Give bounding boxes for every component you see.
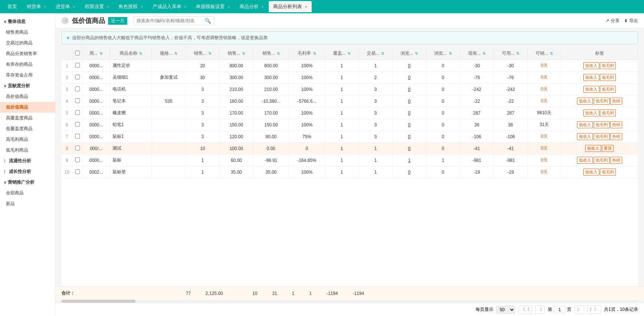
next-page-button[interactable]: 〉: [574, 305, 584, 314]
sidebar-item-all-goods[interactable]: 全部商品: [0, 188, 55, 198]
sidebar-item-category-rate[interactable]: 商品分类销售率: [0, 48, 55, 59]
sidebar-group-overall[interactable]: ∨ 整体信息: [0, 16, 55, 27]
row-browse1[interactable]: 0: [392, 84, 426, 95]
row-browse1[interactable]: 0: [392, 95, 426, 107]
saleable-column-header[interactable]: 可销... ⇅: [527, 47, 561, 60]
row-checkbox[interactable]: [73, 154, 82, 166]
last-page-button[interactable]: 〉〉: [587, 305, 601, 314]
sidebar-item-traded-goods[interactable]: 交易过的商品: [0, 38, 55, 48]
row-browse1[interactable]: 0: [392, 119, 426, 131]
nav-permissions-close[interactable]: ×: [107, 5, 109, 9]
row-browse1[interactable]: 0: [392, 60, 426, 72]
row-checkbox[interactable]: [73, 60, 82, 72]
row-select-checkbox[interactable]: [75, 157, 80, 162]
table-row[interactable]: 1 0000... 属性定价 20 800.00 800.00 100% 1 1…: [61, 60, 638, 72]
nav-goods-analysis[interactable]: 商品分析 ×: [235, 1, 268, 12]
sidebar-item-high-value[interactable]: 高价值商品: [0, 91, 55, 102]
nav-purchase[interactable]: 进货单 ×: [51, 1, 79, 12]
tags-column-header[interactable]: 标签: [561, 47, 638, 60]
table-row[interactable]: 3 0000... 电话机 3 210.00 210.00 100% 1 3 0…: [61, 84, 638, 95]
table-row[interactable]: 6 0000... 铅笔1 3 150.00 150.00 100% 1 3 0…: [61, 119, 638, 131]
code-column-header[interactable]: 商... ⇅: [82, 47, 110, 60]
sidebar-group-growth[interactable]: 〉 成长性分析: [0, 166, 55, 177]
row-select-checkbox[interactable]: [75, 134, 80, 139]
browse-link[interactable]: 0: [408, 63, 410, 68]
first-page-button[interactable]: 〈〈: [518, 305, 532, 314]
table-row[interactable]: 5 0000... 橡皮擦 3 170.00 170.00 100% 1 3 0…: [61, 107, 638, 119]
nav-home[interactable]: 首页: [3, 1, 21, 12]
available-column-header[interactable]: 可用... ⇅: [494, 47, 527, 60]
export-button[interactable]: ⬇ 导出: [624, 18, 638, 24]
row-browse1[interactable]: 0: [392, 72, 426, 84]
nav-roles[interactable]: 角色授权 ×: [114, 1, 147, 12]
collapse-button[interactable]: 《: [61, 17, 69, 24]
sidebar-item-low-value[interactable]: 低价值商品: [0, 102, 55, 113]
row-select-checkbox[interactable]: [75, 146, 80, 150]
browse-link[interactable]: 0: [408, 111, 410, 116]
margin-column-header[interactable]: 毛利率 ⇅: [289, 47, 325, 60]
row-checkbox[interactable]: [73, 72, 82, 84]
nav-sales[interactable]: 销货单 ×: [22, 1, 50, 12]
row-select-checkbox[interactable]: [75, 122, 80, 127]
table-row[interactable]: 4 0000... 笔记本 535 3 180.00 -10,380... -5…: [61, 95, 638, 107]
sidebar-group-flow[interactable]: 〉 流通性分析: [0, 156, 55, 166]
table-row[interactable]: 2 0000... 吴细细1 参加复试 30 300.00 300.00 100…: [61, 72, 638, 84]
share-button[interactable]: ↗ 分享: [606, 18, 620, 24]
browse-link[interactable]: 1: [408, 158, 410, 163]
sale-amount-column-header[interactable]: 销售... ⇅: [253, 47, 289, 60]
browse-link[interactable]: 0: [408, 146, 410, 151]
nav-product-inbound[interactable]: 产成品入库单 ×: [148, 1, 191, 12]
row-checkbox[interactable]: [73, 119, 82, 131]
row-select-checkbox[interactable]: [75, 86, 80, 91]
row-select-checkbox[interactable]: [75, 98, 80, 103]
sidebar-item-new-goods[interactable]: 新品: [0, 198, 55, 209]
browse-link[interactable]: 0: [408, 87, 410, 92]
row-browse1[interactable]: 0: [392, 166, 426, 178]
sidebar-item-low-coverage[interactable]: 低覆盖度商品: [0, 123, 55, 134]
browse2-column-header[interactable]: 浏览... ⇅: [426, 47, 460, 60]
table-row[interactable]: 10 0002... 鼠标垫 1 35.00 35.00 100% 1 1 0 …: [61, 166, 638, 178]
horizontal-scrollbar[interactable]: [61, 300, 638, 303]
search-icon[interactable]: 🔍: [205, 18, 211, 24]
sidebar-item-high-coverage[interactable]: 高覆盖度商品: [0, 113, 55, 123]
sidebar-item-low-margin[interactable]: 低毛利商品: [0, 145, 55, 156]
scrollbar-thumb[interactable]: [61, 300, 135, 303]
row-browse1[interactable]: 0: [392, 131, 426, 143]
page-size-select[interactable]: 50 100: [496, 306, 515, 314]
table-row[interactable]: 7 0000... 鼠标1 3 120.00 90.00 75% 1 3 0 0…: [61, 131, 638, 143]
sidebar-group-contribution[interactable]: ∨ 贡献度分析: [0, 81, 55, 91]
row-checkbox[interactable]: [73, 95, 82, 107]
nav-template[interactable]: 单据模板设置 ×: [191, 1, 234, 12]
current-column-header[interactable]: 现有... ⇅: [460, 47, 494, 60]
sale-qty-column-header[interactable]: 销售... ⇅: [186, 47, 219, 60]
sidebar-item-sales-goods[interactable]: 销售类商品: [0, 27, 55, 38]
row-browse1[interactable]: 1: [392, 154, 426, 166]
transaction-column-header[interactable]: 交易... ⇅: [359, 47, 392, 60]
sidebar-item-stock-goods[interactable]: 有库存的商品: [0, 59, 55, 70]
table-row[interactable]: 9 0000... 鼠标 1 60.00 -98.91 -164.85% 1 1…: [61, 154, 638, 166]
data-table-wrapper[interactable]: 商... ⇅ 商品名称 ⇅ 规格... ⇅ 销售... ⇅ 销售... ⇅ 销售…: [61, 47, 638, 286]
search-input[interactable]: [137, 18, 203, 23]
row-checkbox[interactable]: [73, 107, 82, 119]
checkbox-column-header[interactable]: [73, 47, 82, 60]
nav-goods-list-close[interactable]: ×: [305, 5, 307, 9]
row-checkbox[interactable]: [73, 131, 82, 143]
row-checkbox[interactable]: [73, 166, 82, 178]
browse-link[interactable]: 0: [408, 99, 410, 104]
row-select-checkbox[interactable]: [75, 75, 80, 79]
nav-sales-close[interactable]: ×: [44, 5, 46, 9]
sidebar-item-high-margin[interactable]: 高毛利商品: [0, 134, 55, 145]
row-browse1[interactable]: 0: [392, 107, 426, 119]
table-row[interactable]: 8 000/... 测试 10 100.00 0.00 0 1 1 0 0 -4…: [61, 143, 638, 154]
sidebar-group-marketing[interactable]: ∨ 营销推广分析: [0, 177, 55, 188]
nav-goods-list[interactable]: 商品分析列表 ×: [269, 1, 311, 12]
browse-link[interactable]: 0: [408, 122, 410, 128]
nav-goods-analysis-close[interactable]: ×: [261, 5, 264, 9]
time-filter-button[interactable]: 近一月: [108, 17, 127, 25]
nav-template-close[interactable]: ×: [228, 5, 230, 9]
sidebar-item-stock-capital[interactable]: 库存资金占用: [0, 70, 55, 81]
spec-column-header[interactable]: 规格... ⇅: [152, 47, 186, 60]
select-all-checkbox[interactable]: [75, 51, 80, 55]
nav-purchase-close[interactable]: ×: [73, 5, 75, 9]
nav-roles-close[interactable]: ×: [141, 5, 143, 9]
